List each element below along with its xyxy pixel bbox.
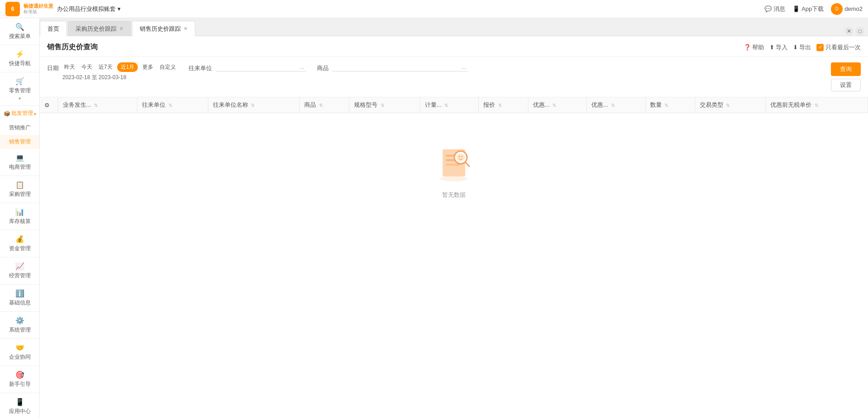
date-btn-custom[interactable]: 自定义	[158, 62, 178, 72]
th-spec[interactable]: 规格型号 ⇅	[349, 97, 420, 113]
close-window-button[interactable]: ✕	[844, 27, 854, 36]
chevron-up-icon-wholesale: ▴	[34, 111, 36, 116]
top-bar-left: 6 畅捷通好生意 标准版 办公用品行业模拟账套 ▾	[5, 2, 121, 16]
tab-home[interactable]: 首页	[40, 21, 67, 36]
th-qty[interactable]: 数量 ⇅	[645, 97, 695, 113]
app-download-button[interactable]: 📱 App下载	[793, 5, 824, 13]
maximize-window-button[interactable]: □	[855, 27, 864, 36]
sidebar-item-wholesale[interactable]: 📦 批发管理 ▴	[0, 106, 39, 121]
sort-icon-qty: ⇅	[665, 103, 668, 108]
sidebar-label-operations: 经营管理	[9, 272, 31, 280]
tab-sales-history[interactable]: 销售历史价跟踪 ✕	[132, 21, 195, 36]
tab-purchase-label: 采购历史价跟踪	[75, 25, 117, 33]
th-partner-code[interactable]: 往来单位 ⇅	[137, 97, 208, 113]
sort-icon-disc1: ⇅	[552, 103, 556, 108]
top-bar-right: 💬 消息 📱 App下载 D demo2	[764, 3, 863, 15]
date-filters: 昨天 今天 近7天 近1月 更多 自定义 2023-02-18 至 2023-0…	[62, 62, 178, 81]
lightning-icon: ⚡	[15, 50, 24, 58]
th-product[interactable]: 商品 ⇅	[300, 97, 349, 113]
sidebar-item-quick-nav[interactable]: ⚡ 快捷导航	[0, 45, 39, 72]
search-icon: 🔍	[15, 23, 24, 31]
th-biz-date-label: 业务发生...	[63, 101, 91, 108]
sidebar-label-ecommerce: 电商管理	[9, 163, 31, 171]
tab-purchase-history[interactable]: 采购历史价跟踪 ✕	[68, 21, 131, 36]
table-container: ⚙ 业务发生... ⇅ 往来单位 ⇅ 往来单位名称	[40, 97, 868, 418]
th-biz-date[interactable]: 业务发生... ⇅	[58, 97, 137, 113]
query-button[interactable]: 查询	[831, 62, 861, 76]
import-button[interactable]: ⬆ 导入	[769, 43, 788, 52]
sort-icon-pretax-price: ⇅	[815, 103, 818, 108]
settings-icon: ⚙	[44, 102, 50, 109]
only-last-checkbox-group[interactable]: ✓ 只看最后一次	[816, 43, 861, 52]
sidebar-item-sales[interactable]: 销售管理	[0, 135, 39, 149]
sort-icon-partner-name: ⇅	[251, 103, 255, 108]
sidebar-item-enterprise[interactable]: 🤝 企业协同	[0, 339, 39, 366]
product-filter-group: 商品 ...	[317, 62, 468, 72]
th-pretax-price[interactable]: 优惠前无税单价 ⇅	[765, 97, 868, 113]
th-disc2[interactable]: 优惠... ⇅	[587, 97, 645, 113]
username: demo2	[844, 5, 863, 12]
settings-button[interactable]: 设置	[831, 79, 861, 91]
app-logo: 6	[5, 2, 20, 16]
th-disc1[interactable]: 优惠... ⇅	[528, 97, 586, 113]
filter-bar: 日期 昨天 今天 近7天 近1月 更多 自定义 2023-02-18 至 202…	[40, 57, 868, 97]
th-price[interactable]: 报价 ⇅	[478, 97, 528, 113]
sidebar-item-system[interactable]: ⚙️ 系统管理	[0, 312, 39, 339]
date-btn-more[interactable]: 更多	[141, 62, 155, 72]
svg-point-6	[457, 153, 465, 162]
sidebar-item-inventory[interactable]: 📊 库存核算	[0, 203, 39, 230]
export-button[interactable]: ⬇ 导出	[793, 43, 811, 52]
sidebar-item-marketing[interactable]: 营销推广	[0, 121, 39, 135]
sort-icon-biz-date: ⇅	[94, 103, 98, 108]
user-profile[interactable]: D demo2	[831, 3, 863, 15]
sidebar-item-ecommerce[interactable]: 💻 电商管理	[0, 149, 39, 176]
date-label: 日期	[47, 62, 59, 72]
sidebar-label-sales: 销售管理	[9, 138, 31, 145]
help-button[interactable]: ❓ 帮助	[744, 43, 764, 52]
sidebar-label-guide: 新手引导	[9, 380, 31, 388]
page-content: 销售历史价查询 ❓ 帮助 ⬆ 导入 ⬇ 导出 ✓	[40, 36, 868, 418]
date-btn-today[interactable]: 今天	[80, 62, 94, 72]
main-layout: 🔍 搜索菜单 ⚡ 快捷导航 🛒 零售管理 ▾ 📦 批发管理 ▴ 营销推广 销售管…	[0, 18, 868, 418]
th-partner-name[interactable]: 往来单位名称 ⇅	[208, 97, 300, 113]
page-header: 销售历史价查询 ❓ 帮助 ⬆ 导入 ⬇ 导出 ✓	[40, 36, 868, 57]
date-range-display: 2023-02-18 至 2023-03-18	[62, 74, 178, 81]
action-buttons: 查询 设置	[831, 62, 861, 91]
sidebar-item-search-menu[interactable]: 🔍 搜索菜单	[0, 18, 39, 45]
sidebar-item-basic-info[interactable]: ℹ️ 基础信息	[0, 285, 39, 312]
sidebar-item-operations[interactable]: 📈 经营管理	[0, 257, 39, 285]
brand-name: 畅捷通好生意	[24, 3, 53, 9]
chevron-down-icon: ▾	[118, 5, 121, 12]
empty-illustration	[431, 140, 476, 185]
app-download-label: App下载	[802, 5, 824, 13]
purchase-icon: 📋	[15, 180, 24, 189]
th-unit[interactable]: 计量... ⇅	[420, 97, 478, 113]
sort-icon-unit: ⇅	[444, 103, 448, 108]
tab-purchase-close[interactable]: ✕	[119, 26, 123, 32]
sidebar-item-retail[interactable]: 🛒 零售管理 ▾	[0, 72, 39, 106]
tab-sales-close[interactable]: ✕	[184, 26, 188, 32]
th-trade-type[interactable]: 交易类型 ⇅	[695, 97, 765, 113]
sidebar-item-app-center[interactable]: 📱 应用中心	[0, 393, 39, 418]
sidebar-item-guide[interactable]: 🎯 新手引导	[0, 366, 39, 393]
sidebar-item-purchase[interactable]: 📋 采购管理	[0, 176, 39, 203]
message-icon: 💬	[764, 5, 772, 12]
import-icon: ⬆	[769, 44, 774, 51]
sort-icon-price: ⇅	[498, 103, 502, 108]
partner-input[interactable]: ...	[216, 62, 306, 71]
date-btn-1month[interactable]: 近1月	[117, 62, 138, 72]
tab-bar-controls: ✕ □	[844, 27, 868, 36]
sort-icon-trade-type: ⇅	[726, 103, 730, 108]
th-settings[interactable]: ⚙	[40, 97, 58, 113]
tab-bar: 首页 采购历史价跟踪 ✕ 销售历史价跟踪 ✕ ✕ □	[40, 18, 868, 36]
date-btn-yesterday[interactable]: 昨天	[62, 62, 77, 72]
th-product-label: 商品	[304, 101, 316, 108]
sort-icon-disc2: ⇅	[611, 103, 615, 108]
sidebar-item-finance[interactable]: 💰 资金管理	[0, 230, 39, 257]
message-button[interactable]: 💬 消息	[764, 5, 785, 13]
app-icon: 📱	[15, 398, 24, 406]
product-input[interactable]: ...	[332, 62, 468, 71]
account-dropdown[interactable]: 办公用品行业模拟账套 ▾	[57, 5, 121, 13]
date-btn-7days[interactable]: 近7天	[97, 62, 114, 72]
empty-state: 暂无数据	[40, 113, 868, 226]
